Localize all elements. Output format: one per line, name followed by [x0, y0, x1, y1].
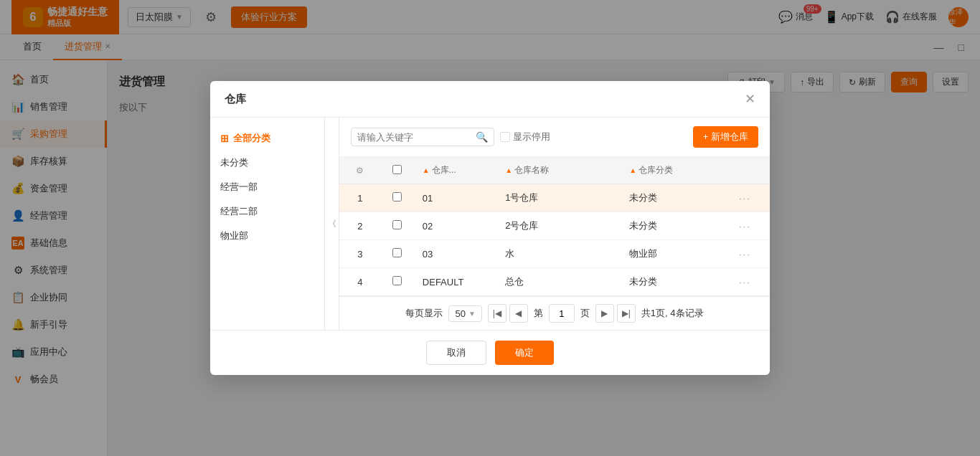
modal-sidebar-item-uncategorized[interactable]: 未分类: [210, 151, 324, 175]
next-page-button[interactable]: ▶: [595, 304, 614, 323]
modal-actions: 取消 确定: [210, 330, 770, 375]
th-name: ▲ 仓库名称: [496, 157, 621, 184]
row-4-checkbox[interactable]: [392, 276, 402, 285]
th-category-label: 仓库分类: [639, 164, 673, 176]
row-2-name: 2号仓库: [496, 212, 621, 240]
th-actions: [720, 157, 770, 184]
pagination: 每页显示 50 ▼ |◀ ◀ 第 页 ▶ ▶| 共1页, 4条记录: [339, 296, 770, 330]
row-3-checkbox[interactable]: [392, 248, 402, 257]
row-3-no: 3: [339, 240, 381, 268]
row-4-more-icon[interactable]: ···: [739, 277, 751, 288]
row-2-check[interactable]: [381, 212, 414, 240]
table-row[interactable]: 1 01 1号仓库 未分类 ···: [339, 184, 770, 212]
row-3-check[interactable]: [381, 240, 414, 268]
page-navigation: |◀ ◀ 第 页 ▶ ▶|: [488, 304, 636, 323]
row-4-check[interactable]: [381, 268, 414, 296]
sort-cat-icon: ▲: [629, 166, 636, 174]
row-4-name: 总仓: [496, 268, 621, 296]
row-1-check[interactable]: [381, 184, 414, 212]
search-icon: 🔍: [476, 131, 488, 143]
modal-main-content: 🔍 显示停用 + 新增仓库: [339, 118, 770, 330]
warehouse-modal: 仓库 ✕ ⊞ 全部分类 未分类 经营一部 经营二部 物业部 《: [210, 81, 770, 375]
row-1-no: 1: [339, 184, 381, 212]
first-page-button[interactable]: |◀: [488, 304, 507, 323]
modal-sidebar-item-dept2[interactable]: 经营二部: [210, 199, 324, 224]
confirm-button[interactable]: 确定: [495, 341, 554, 365]
page-label: 第: [534, 307, 543, 320]
warehouse-table: ⚙ ▲ 仓库...: [339, 157, 770, 296]
th-code: ▲ 仓库...: [414, 157, 496, 184]
row-1-category: 未分类: [621, 184, 720, 212]
total-info: 共1页, 4条记录: [641, 307, 704, 320]
search-input-wrap[interactable]: 🔍: [351, 128, 494, 146]
th-check: [381, 157, 414, 184]
row-4-code: DEFAULT: [414, 268, 496, 296]
row-3-more-icon[interactable]: ···: [739, 249, 751, 260]
row-2-category: 未分类: [621, 212, 720, 240]
th-gear: ⚙: [339, 157, 381, 184]
show-disabled-label: 显示停用: [513, 130, 550, 143]
modal-title: 仓库: [225, 92, 246, 106]
show-disabled-checkbox[interactable]: [500, 132, 510, 142]
table-header-row: ⚙ ▲ 仓库...: [339, 157, 770, 184]
row-3-name: 水: [496, 240, 621, 268]
row-3-category: 物业部: [621, 240, 720, 268]
modal-sidebar-item-property[interactable]: 物业部: [210, 224, 324, 248]
modal-all-category[interactable]: ⊞ 全部分类: [210, 126, 324, 151]
add-warehouse-button[interactable]: + 新增仓库: [693, 126, 758, 148]
modal-sidebar-item-dept1[interactable]: 经营一部: [210, 175, 324, 199]
row-1-code: 01: [414, 184, 496, 212]
warehouse-table-wrap: ⚙ ▲ 仓库...: [339, 157, 770, 296]
prev-page-button[interactable]: ◀: [509, 304, 528, 323]
row-1-name: 1号仓库: [496, 184, 621, 212]
th-category: ▲ 仓库分类: [621, 157, 720, 184]
grid-icon: ⊞: [220, 133, 229, 144]
cancel-button[interactable]: 取消: [426, 341, 486, 365]
row-3-code: 03: [414, 240, 496, 268]
select-all-checkbox[interactable]: [392, 165, 402, 174]
modal-overlay: 仓库 ✕ ⊞ 全部分类 未分类 经营一部 经营二部 物业部 《: [0, 0, 980, 456]
row-3-actions[interactable]: ···: [720, 240, 770, 268]
row-1-actions[interactable]: ···: [720, 184, 770, 212]
row-2-actions[interactable]: ···: [720, 212, 770, 240]
last-page-button[interactable]: ▶|: [617, 304, 636, 323]
modal-sidebar: ⊞ 全部分类 未分类 经营一部 经营二部 物业部: [210, 118, 325, 330]
row-4-no: 4: [339, 268, 381, 296]
modal-toolbar: 🔍 显示停用 + 新增仓库: [339, 118, 770, 157]
search-input[interactable]: [357, 132, 473, 143]
show-disabled-toggle[interactable]: 显示停用: [500, 130, 550, 143]
th-name-label: 仓库名称: [514, 164, 549, 176]
table-row[interactable]: 2 02 2号仓库 未分类 ···: [339, 212, 770, 240]
sort-name-icon: ▲: [505, 166, 512, 174]
modal-body: ⊞ 全部分类 未分类 经营一部 经营二部 物业部 《: [210, 118, 770, 330]
modal-close-icon[interactable]: ✕: [745, 91, 755, 107]
gear-icon: ⚙: [356, 166, 364, 176]
page-input[interactable]: [549, 304, 575, 323]
per-page-value: 50: [455, 308, 465, 319]
row-2-more-icon[interactable]: ···: [739, 221, 751, 232]
row-2-no: 2: [339, 212, 381, 240]
sort-icon: ▲: [423, 166, 430, 174]
page-unit: 页: [580, 307, 590, 320]
row-4-category: 未分类: [621, 268, 720, 296]
row-2-code: 02: [414, 212, 496, 240]
all-category-label: 全部分类: [233, 132, 270, 145]
table-row[interactable]: 4 DEFAULT 总仓 未分类 ···: [339, 268, 770, 296]
row-1-checkbox[interactable]: [392, 192, 402, 201]
modal-header: 仓库 ✕: [210, 81, 770, 118]
per-page-select[interactable]: 50 ▼: [448, 305, 481, 322]
search-area: 🔍 显示停用: [351, 128, 550, 146]
row-4-actions[interactable]: ···: [720, 268, 770, 296]
collapse-icon: 《: [328, 218, 336, 230]
row-2-checkbox[interactable]: [392, 220, 402, 229]
sidebar-collapse-button[interactable]: 《: [325, 118, 339, 330]
table-row[interactable]: 3 03 水 物业部 ···: [339, 240, 770, 268]
per-page-dropdown-icon: ▼: [468, 310, 476, 318]
per-page-label: 每页显示: [405, 307, 443, 320]
row-1-more-icon[interactable]: ···: [739, 193, 751, 204]
th-code-label: 仓库...: [432, 164, 456, 176]
table-body: 1 01 1号仓库 未分类 ··· 2 02 2: [339, 184, 770, 296]
